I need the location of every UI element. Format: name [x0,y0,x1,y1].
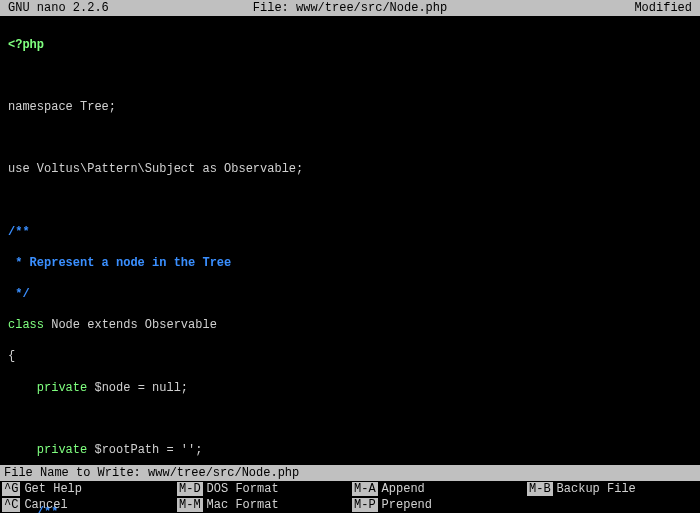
shortcut-backup-file[interactable]: M-BBackup File [525,481,700,497]
filename-input[interactable]: www/tree/src/Node.php [148,466,299,480]
shortcut-bar: ^GGet Help M-DDOS Format M-AAppend M-BBa… [0,481,700,513]
shortcut-mac-format[interactable]: M-MMac Format [175,497,350,513]
app-name: GNU nano 2.2.6 [8,1,236,15]
file-label: File: www/tree/src/Node.php [236,1,464,15]
shortcut-get-help[interactable]: ^GGet Help [0,481,175,497]
modified-status: Modified [464,1,692,15]
shortcut-empty [525,497,700,513]
filename-prompt: File Name to Write: www/tree/src/Node.ph… [0,465,700,481]
prompt-label: File Name to Write: [4,466,148,480]
shortcut-cancel[interactable]: ^CCancel [0,497,175,513]
shortcut-dos-format[interactable]: M-DDOS Format [175,481,350,497]
php-open-tag: <?php [8,38,44,52]
title-bar: GNU nano 2.2.6 File: www/tree/src/Node.p… [0,0,700,16]
shortcut-append[interactable]: M-AAppend [350,481,525,497]
shortcut-prepend[interactable]: M-PPrepend [350,497,525,513]
editor-content[interactable]: <?php namespace Tree; use Voltus\Pattern… [0,16,700,513]
